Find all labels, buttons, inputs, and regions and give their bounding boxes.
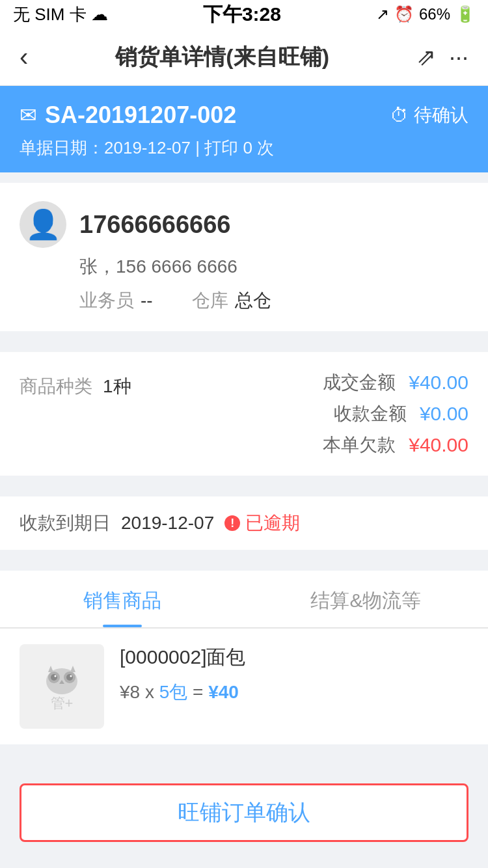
warehouse-item: 仓库 总仓 — [192, 288, 271, 313]
product-types-label: 商品种类 — [20, 374, 92, 399]
share-button[interactable]: ⇗ — [416, 44, 436, 71]
product-plus-text: 管+ — [51, 694, 74, 713]
product-card: 管+ [0000002]面包 ¥8 x 5包 = ¥40 — [0, 629, 488, 744]
product-thumbnail: 管+ — [20, 644, 104, 729]
warehouse-label: 仓库 — [192, 288, 228, 313]
tabs: 销售商品 结算&物流等 — [0, 571, 488, 629]
tab-sales-products[interactable]: 销售商品 — [0, 571, 244, 627]
order-header: ✉ SA-20191207-002 ⏱ 待确认 单据日期：2019-12-07 … — [0, 86, 488, 172]
order-date: 单据日期：2019-12-07 | 打印 0 次 — [20, 137, 468, 159]
status-time: 下午3:28 — [203, 1, 281, 28]
person-icon: 👤 — [25, 208, 61, 241]
divider-3 — [0, 486, 488, 496]
product-qty: 5包 — [159, 682, 188, 702]
svg-marker-8 — [48, 666, 53, 672]
svg-point-5 — [66, 674, 73, 681]
due-date-label: 收款到期日 — [20, 511, 111, 536]
svg-point-6 — [70, 675, 72, 677]
page-title: 销货单详情(来自旺铺) — [115, 42, 329, 72]
customer-name: 张，156 6666 6666 — [79, 254, 468, 279]
owed-amount-label: 本单欠款 — [323, 433, 396, 457]
salesperson-value: -- — [141, 290, 153, 311]
overdue-text: 已逾期 — [245, 511, 300, 536]
svg-point-2 — [51, 674, 57, 681]
status-text: 待确认 — [414, 103, 468, 128]
due-date-value: 2019-12-07 — [121, 513, 214, 534]
summary-card: 商品种类 1种 成交金额 ¥40.00 收款金额 ¥0.00 本单欠款 ¥40.… — [0, 352, 488, 476]
warehouse-value: 总仓 — [235, 288, 271, 313]
status-right: ↗ ⏰ 66% 🔋 — [376, 5, 475, 23]
svg-marker-9 — [70, 666, 75, 672]
divider-4 — [0, 560, 488, 571]
product-types-value: 1种 — [103, 374, 131, 399]
product-info: [0000002]面包 ¥8 x 5包 = ¥40 — [120, 644, 468, 705]
product-price-row: ¥8 x 5包 = ¥40 — [120, 680, 468, 705]
battery-level: 66% — [419, 5, 450, 23]
received-amount-row: 收款金额 ¥0.00 — [334, 401, 468, 426]
owed-amount-row: 本单欠款 ¥40.00 — [323, 433, 468, 457]
product-equals: = — [187, 682, 208, 702]
svg-point-3 — [55, 675, 57, 677]
amounts: 成交金额 ¥40.00 收款金额 ¥0.00 本单欠款 ¥40.00 — [323, 370, 468, 457]
product-logo-icon — [39, 660, 85, 696]
received-amount-label: 收款金额 — [334, 401, 407, 426]
overdue-icon: ! — [224, 515, 240, 531]
customer-phone: 17666666666 — [79, 211, 230, 239]
back-button[interactable]: ‹ — [20, 42, 28, 72]
order-id-row: ✉ SA-20191207-002 — [20, 102, 236, 129]
deal-amount-value: ¥40.00 — [409, 372, 468, 394]
deal-amount-label: 成交金额 — [323, 370, 396, 395]
order-icon: ✉ — [20, 103, 37, 128]
salesperson-item: 业务员 -- — [79, 288, 153, 313]
salesperson-label: 业务员 — [79, 288, 134, 313]
status-bar: 无 SIM 卡 ☁ 下午3:28 ↗ ⏰ 66% 🔋 — [0, 0, 488, 29]
customer-meta: 业务员 -- 仓库 总仓 — [79, 288, 468, 313]
divider-2 — [0, 342, 488, 352]
product-types: 商品种类 1种 — [20, 370, 131, 399]
divider-1 — [0, 172, 488, 183]
tab-settlement[interactable]: 结算&物流等 — [244, 571, 488, 627]
owed-amount-value: ¥40.00 — [409, 434, 468, 456]
confirm-order-button[interactable]: 旺铺订单确认 — [20, 783, 468, 842]
deal-amount-row: 成交金额 ¥40.00 — [323, 370, 468, 395]
order-id: SA-20191207-002 — [45, 102, 236, 129]
product-name: [0000002]面包 — [120, 644, 468, 671]
product-total: ¥40 — [208, 682, 239, 702]
more-button[interactable]: ··· — [449, 44, 468, 71]
location-icon: ↗ — [376, 5, 389, 23]
battery-icon: 🔋 — [455, 5, 475, 23]
avatar: 👤 — [20, 201, 66, 248]
due-date-card: 收款到期日 2019-12-07 ! 已逾期 — [0, 496, 488, 550]
overdue-badge: ! 已逾期 — [224, 511, 300, 536]
nav-actions: ⇗ ··· — [416, 44, 468, 71]
clock-icon: ⏱ — [390, 105, 409, 126]
customer-card: 👤 17666666666 张，156 6666 6666 业务员 -- 仓库 … — [0, 183, 488, 331]
status-left: 无 SIM 卡 ☁ — [13, 3, 108, 26]
sim-status: 无 SIM 卡 ☁ — [13, 3, 108, 26]
received-amount-value: ¥0.00 — [420, 403, 468, 425]
nav-bar: ‹ 销货单详情(来自旺铺) ⇗ ··· — [0, 29, 488, 86]
product-price: ¥8 x — [120, 682, 159, 702]
alarm-icon: ⏰ — [394, 5, 414, 23]
confirm-btn-wrap: 旺铺订单确认 — [0, 770, 488, 868]
order-status: ⏱ 待确认 — [390, 103, 468, 128]
